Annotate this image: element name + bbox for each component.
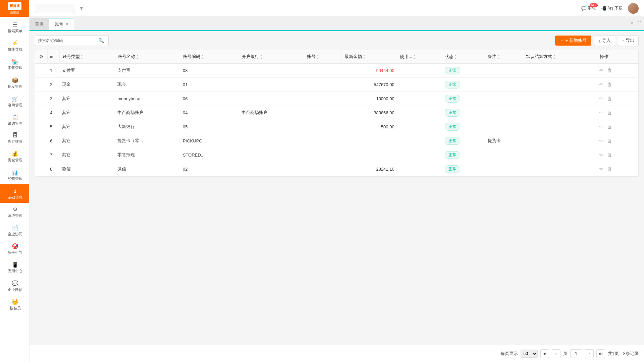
status-badge: 正常	[445, 109, 460, 117]
delete-button[interactable]: 🗑	[607, 110, 612, 115]
edit-button[interactable]: ✏	[599, 124, 604, 129]
cell-gear	[35, 162, 47, 176]
cell-default-settlement	[523, 106, 597, 120]
cell-default-settlement	[523, 63, 597, 77]
sidebar-item-quick-nav[interactable]: ⚡ 快捷导航	[0, 37, 29, 55]
col-balance[interactable]: 最新余额▲▼	[341, 50, 397, 63]
delete-button[interactable]: 🗑	[607, 124, 612, 129]
main-area: ▼ 💬 消息 99+ 📲 App下载 首页 账号 ✕ ✕ ⛶	[30, 0, 644, 362]
page-size-select[interactable]: 50 20 100	[521, 350, 538, 358]
edit-button[interactable]: ✏	[599, 138, 604, 143]
cell-status: 正常	[442, 92, 485, 106]
first-page-button[interactable]: ⏮	[540, 349, 549, 358]
tab-account[interactable]: 账号 ✕	[49, 18, 74, 30]
edit-button[interactable]: ✏	[599, 166, 604, 172]
cell-status: 正常	[442, 148, 485, 162]
cell-bank: 中百商场账户	[239, 106, 304, 120]
edit-button[interactable]: ✏	[599, 81, 604, 87]
gear-icon[interactable]: ⚙	[39, 54, 43, 59]
dropdown-arrow-icon[interactable]: ▼	[79, 6, 84, 11]
col-bank[interactable]: 开户银行▲▼	[239, 50, 304, 63]
export-label: 导出	[626, 38, 634, 44]
window-close-button[interactable]: ✕	[629, 20, 635, 27]
export-button[interactable]: ↑ 导出	[618, 35, 639, 46]
edit-button[interactable]: ✏	[599, 67, 604, 73]
last-page-button[interactable]: ⏭	[596, 349, 605, 358]
sidebar-item-label-system-mgmt: 系统管理	[8, 214, 22, 218]
messages-button[interactable]: 💬 消息 99+	[581, 5, 596, 11]
cell-balance: 500.00	[341, 120, 397, 134]
sidebar-item-enterprise-wechat[interactable]: 💬 企业微信	[0, 277, 29, 295]
edit-button[interactable]: ✏	[599, 152, 604, 158]
cell-action: ✏ 🗑	[597, 134, 638, 148]
page-input[interactable]	[570, 349, 582, 358]
edit-button[interactable]: ✏	[599, 96, 604, 101]
add-account-button[interactable]: ＋ + 新增账号	[555, 36, 591, 46]
cell-bank	[239, 162, 304, 176]
cell-account	[304, 148, 342, 162]
sidebar-item-member[interactable]: 👑 畅会员	[0, 295, 29, 314]
cell-type: 其它	[59, 120, 115, 134]
sidebar-item-basic-info[interactable]: ℹ 基础信息	[0, 184, 29, 203]
delete-button[interactable]: 🗑	[607, 96, 612, 101]
cell-account	[304, 106, 342, 120]
cell-notes	[485, 77, 523, 92]
tab-home[interactable]: 首页	[30, 18, 49, 30]
cell-balance: 383866.00	[341, 106, 397, 120]
col-notes[interactable]: 备注▲▼	[485, 50, 523, 63]
col-default-settlement[interactable]: 默认结算方式▲▼	[523, 50, 597, 63]
import-button[interactable]: ↓ 导入	[594, 35, 615, 46]
sidebar-item-label-enterprise-agreement: 企业协同	[8, 232, 22, 236]
col-usage[interactable]: 使用...▲▼	[397, 50, 442, 63]
cell-gear	[35, 148, 47, 162]
sidebar-item-app-center[interactable]: 📱 应用中心	[0, 258, 29, 277]
edit-button[interactable]: ✏	[599, 110, 604, 115]
delete-button[interactable]: 🗑	[607, 152, 612, 158]
cell-balance: 547670.00	[341, 77, 397, 92]
sidebar-item-operations-mgmt[interactable]: 📊 经营管理	[0, 166, 29, 184]
sidebar-item-retail-mgmt[interactable]: 🏪 零售管理	[0, 55, 29, 73]
col-status[interactable]: 状态▲▼	[442, 50, 485, 63]
cell-type: 其它	[59, 134, 115, 148]
prev-page-button[interactable]: ‹	[552, 349, 560, 358]
search-input[interactable]	[38, 38, 98, 43]
cell-balance: -90444.00	[341, 63, 397, 77]
next-page-button[interactable]: ›	[585, 349, 594, 358]
user-avatar[interactable]	[628, 3, 639, 14]
sidebar-item-search-menu[interactable]: ☰ 搜索菜单	[0, 18, 29, 37]
sidebar-item-inventory[interactable]: 🗄 库存核算	[0, 129, 29, 147]
sidebar-item-label-wholesale-mgmt: 批发管理	[8, 84, 22, 89]
page-label: 页	[563, 351, 568, 357]
toolbar: 🔍 ＋ + 新增账号 ↓ 导入 ↑ 导出	[35, 35, 639, 46]
cell-index: 5	[47, 120, 59, 134]
sidebar-item-system-mgmt[interactable]: ⚙ 系统管理	[0, 203, 29, 221]
sidebar-item-label-search-menu: 搜索菜单	[8, 29, 22, 33]
sidebar-item-beginner-guide[interactable]: 🎯 新手引导	[0, 240, 29, 258]
sidebar-item-enterprise-agreement[interactable]: 📄 企业协同	[0, 221, 29, 240]
top-search-input[interactable]	[35, 4, 75, 13]
sidebar-item-wholesale-mgmt[interactable]: 📦 批发管理	[0, 74, 29, 92]
cell-name: 微信	[115, 162, 180, 176]
sidebar-item-ecommerce-mgmt[interactable]: 🛒 电商管理	[0, 92, 29, 111]
col-account[interactable]: 账号▲▼	[304, 50, 342, 63]
cell-name: 大新银行	[115, 120, 180, 134]
col-code[interactable]: 账号编码▲▼	[180, 50, 239, 63]
sidebar-item-purchase-mgmt[interactable]: 📋 采购管理	[0, 111, 29, 129]
col-gear: ⚙	[35, 50, 47, 63]
cell-type: 现金	[59, 77, 115, 92]
delete-button[interactable]: 🗑	[607, 67, 612, 73]
col-name[interactable]: 账号名称▲▼	[115, 50, 180, 63]
delete-button[interactable]: 🗑	[607, 81, 612, 87]
delete-button[interactable]: 🗑	[607, 166, 612, 172]
table-row: 6 其它 提货卡（零... PICKUPC... 正常 提货卡 ✏ 🗑	[35, 134, 638, 148]
col-type[interactable]: 账号类型▲▼	[59, 50, 115, 63]
window-maximize-button[interactable]: ⛶	[636, 20, 643, 27]
toolbar-right: ＋ + 新增账号 ↓ 导入 ↑ 导出	[555, 35, 639, 46]
sidebar-item-finance-mgmt[interactable]: 💰 资金管理	[0, 147, 29, 166]
delete-button[interactable]: 🗑	[607, 138, 612, 143]
app-download-button[interactable]: 📲 App下载	[601, 5, 623, 11]
tab-account-close-icon[interactable]: ✕	[65, 22, 68, 26]
total-label: 共1页，8条记录	[608, 351, 639, 357]
cell-notes	[485, 92, 523, 106]
sidebar: 畅捷通 乐惠版 ☰ 搜索菜单 ⚡ 快捷导航 🏪 零售管理 📦 批发管理 🛒 电商…	[0, 0, 30, 362]
